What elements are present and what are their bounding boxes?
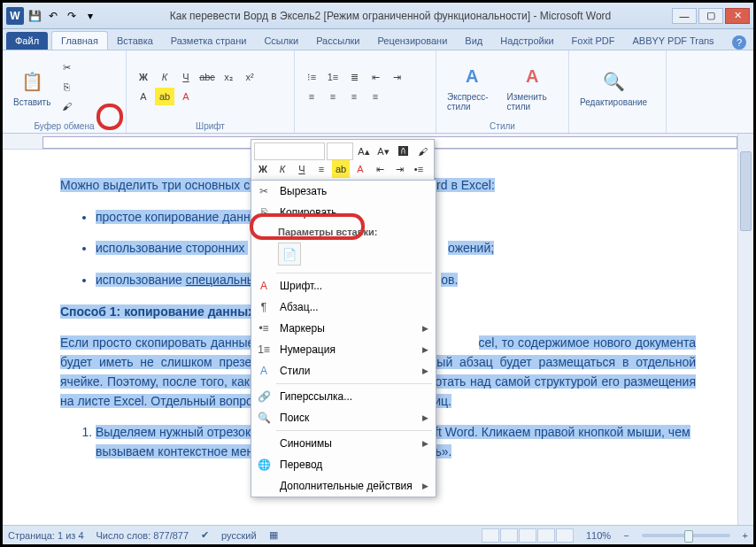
vertical-scrollbar[interactable] [737, 134, 753, 525]
tab-layout[interactable]: Разметка страни [162, 32, 256, 50]
separator [276, 430, 432, 431]
font-color-button[interactable]: A [176, 88, 196, 105]
ctx-paragraph[interactable]: ¶Абзац... [251, 297, 436, 318]
ctx-search[interactable]: 🔍Поиск▶ [251, 407, 436, 428]
close-button[interactable]: ✕ [725, 8, 750, 24]
mini-indent-dec-button[interactable]: ⇤ [371, 160, 389, 178]
minimize-button[interactable]: — [672, 8, 697, 24]
mini-underline-button[interactable]: Ч [293, 160, 311, 178]
mini-align-center-button[interactable]: ≡ [312, 160, 330, 178]
quick-styles-icon: A [458, 62, 486, 90]
italic-button[interactable]: К [155, 68, 174, 86]
ctx-styles[interactable]: AСтили▶ [251, 360, 436, 381]
window-title: Как перевести Ворд в Эксель2 [Режим огра… [109, 10, 672, 22]
tab-mailings[interactable]: Рассылки [307, 32, 368, 50]
mini-bold-button[interactable]: Ж [254, 160, 272, 178]
indent-inc-button[interactable]: ⇥ [387, 68, 406, 86]
view-print-layout[interactable] [482, 528, 499, 543]
ctx-translate[interactable]: 🌐Перевод [251, 454, 436, 475]
undo-icon[interactable]: ↶ [45, 8, 61, 24]
copy-icon[interactable]: ⎘ [57, 78, 76, 96]
format-painter-icon[interactable]: 🖌 [57, 97, 76, 115]
bullets-icon: •≡ [255, 322, 273, 335]
ctx-cut[interactable]: ✂Вырезать [251, 181, 436, 202]
subscript-button[interactable]: x₂ [219, 68, 238, 86]
doc-h3: Способ 1: копирование данных [60, 304, 255, 319]
mini-styles-button[interactable]: 🅰 [394, 143, 412, 160]
ctx-font[interactable]: AШрифт... [251, 275, 436, 297]
ctx-additional[interactable]: Дополнительные действия▶ [251, 475, 436, 497]
mini-bullets-button[interactable]: •≡ [410, 160, 428, 178]
view-outline[interactable] [537, 528, 555, 543]
indent-dec-button[interactable]: ⇤ [366, 68, 385, 86]
mini-highlight-button[interactable]: ab [332, 160, 350, 178]
quick-styles-button[interactable]: A Экспресс-стили [444, 60, 500, 113]
scrollbar-thumb[interactable] [740, 151, 752, 231]
status-words[interactable]: Число слов: 877/877 [96, 530, 189, 541]
ctx-hyperlink[interactable]: 🔗Гиперссылка... [251, 386, 436, 407]
mini-font-name[interactable] [254, 143, 325, 160]
text-effects-button[interactable]: A [134, 88, 153, 105]
doc-li3b: ов. [441, 273, 458, 287]
save-icon[interactable]: 💾 [27, 8, 42, 24]
tab-view[interactable]: Вид [456, 32, 491, 50]
status-zoom[interactable]: 110% [586, 530, 611, 541]
paste-button[interactable]: 📋 Вставить [10, 65, 54, 109]
ctx-copy[interactable]: ⎘Копировать [251, 202, 436, 223]
qat-dropdown-icon[interactable]: ▾ [82, 8, 98, 24]
numbering-button[interactable]: 1≡ [323, 68, 343, 86]
tab-review[interactable]: Рецензировани [369, 32, 457, 50]
mini-font-size[interactable] [327, 143, 353, 160]
tab-file[interactable]: Файл [6, 32, 48, 50]
chevron-right-icon: ▶ [422, 482, 428, 490]
tab-references[interactable]: Ссылки [255, 32, 307, 50]
ribbon-group-styles: A Экспресс-стили A Изменить стили Стили [436, 50, 569, 133]
mini-font-color-button[interactable]: A [351, 160, 369, 178]
tab-abbyy[interactable]: ABBYY PDF Trans [624, 32, 723, 50]
ctx-numbering[interactable]: 1≡Нумерация▶ [251, 339, 436, 360]
macro-icon[interactable]: ▦ [269, 529, 278, 541]
zoom-slider[interactable] [642, 534, 730, 537]
help-icon[interactable]: ? [732, 35, 746, 50]
ctx-bullets[interactable]: •≡Маркеры▶ [251, 318, 436, 339]
status-page[interactable]: Страница: 1 из 4 [8, 530, 84, 541]
proofing-icon[interactable]: ✔ [201, 529, 209, 541]
doc-li2a: использование сторонних [96, 241, 248, 255]
status-language[interactable]: русский [221, 530, 256, 541]
tab-addins[interactable]: Надстройки [491, 32, 562, 50]
bold-button[interactable]: Ж [134, 68, 153, 86]
copy-icon: ⎘ [255, 206, 273, 219]
tab-home[interactable]: Главная [51, 31, 108, 50]
view-draft[interactable] [556, 528, 574, 543]
align-right-button[interactable]: ≡ [344, 88, 364, 105]
mini-indent-inc-button[interactable]: ⇥ [390, 160, 408, 178]
view-full-screen[interactable] [500, 528, 518, 543]
zoom-out-button[interactable]: − [623, 530, 629, 541]
tab-foxit[interactable]: Foxit PDF [563, 32, 624, 50]
ctx-synonyms[interactable]: Синонимы▶ [251, 433, 436, 454]
editing-label: Редактирование [580, 97, 647, 107]
cut-icon[interactable]: ✂ [57, 58, 76, 76]
editing-button[interactable]: 🔍 Редактирование [576, 65, 651, 109]
view-web[interactable] [519, 528, 536, 543]
paste-keep-formatting-icon[interactable]: 📄 [278, 243, 301, 266]
mini-grow-font-button[interactable]: A▴ [355, 143, 373, 160]
align-left-button[interactable]: ≡ [302, 88, 321, 105]
bullets-button[interactable]: ⁝≡ [302, 68, 321, 86]
justify-button[interactable]: ≡ [366, 88, 385, 105]
underline-button[interactable]: Ч [176, 68, 196, 86]
maximize-button[interactable]: ▢ [698, 8, 723, 24]
align-center-button[interactable]: ≡ [323, 88, 343, 105]
mini-shrink-font-button[interactable]: A▾ [374, 143, 392, 160]
zoom-in-button[interactable]: + [743, 530, 748, 541]
superscript-button[interactable]: x² [240, 68, 259, 86]
redo-icon[interactable]: ↷ [64, 8, 80, 24]
strike-button[interactable]: abc [197, 68, 217, 86]
tab-insert[interactable]: Вставка [108, 32, 162, 50]
change-styles-button[interactable]: A Изменить стили [503, 60, 561, 113]
highlight-button[interactable]: ab [155, 88, 174, 105]
doc-li1: простое копирование данных; [96, 210, 269, 224]
mini-italic-button[interactable]: К [274, 160, 291, 178]
mini-format-painter-icon[interactable]: 🖌 [413, 143, 431, 160]
multilevel-button[interactable]: ≣ [344, 68, 364, 86]
